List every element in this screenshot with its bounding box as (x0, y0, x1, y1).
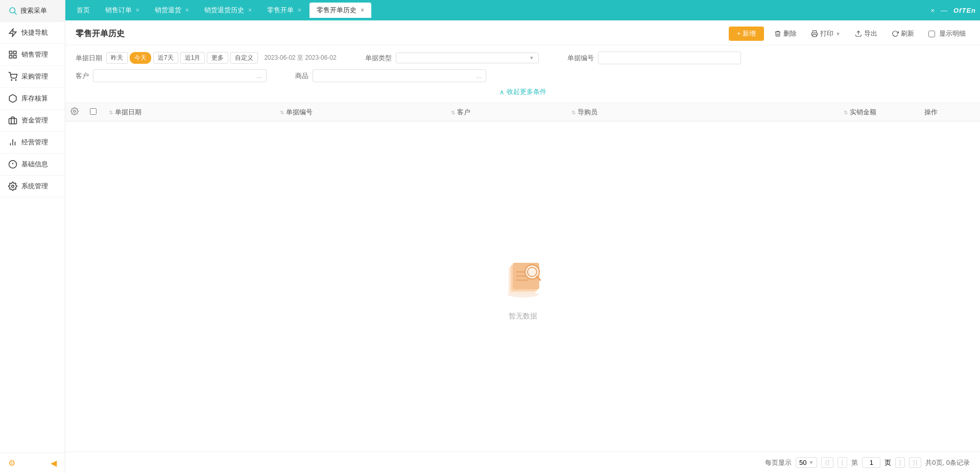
tab-sales-return-close[interactable]: × (185, 7, 189, 13)
col-amount-label: 实销金额 (850, 108, 876, 116)
quick-nav-icon (8, 28, 17, 37)
sidebar-item-quick-nav[interactable]: 快捷导航 (0, 22, 65, 44)
collapse-sidebar-icon[interactable]: ◀ (51, 458, 57, 468)
sort-arrows: ⇅ (451, 110, 455, 115)
page-first-btn[interactable]: ⟨⟨ (821, 457, 833, 468)
export-label: 导出 (864, 29, 877, 38)
date-btn-more[interactable]: 更多 (207, 52, 228, 64)
settings-bottom-icon[interactable]: ⚙ (8, 458, 15, 468)
col-customer[interactable]: ⇅ 客户 (445, 103, 565, 121)
pagination: 每页显示 50 ▼ ⟨⟨ ⟨ 第 页 ⟩ ⟩⟩ 共0页, 0条记录 (65, 452, 980, 473)
tab-retail-open-close[interactable]: × (298, 7, 301, 13)
page-last-btn[interactable]: ⟩⟩ (909, 457, 921, 468)
sort-arrows: ⇅ (571, 110, 576, 115)
tab-retail-open[interactable]: 零售开单 × (260, 3, 308, 18)
print-button[interactable]: 打印 ▼ (807, 27, 845, 40)
filter-docno-input[interactable] (598, 52, 741, 64)
tab-bar: 首页 销售订单 × 销货退货 × 销货退货历史 × 零售开单 × 零售开单历史 … (65, 0, 980, 20)
checkbox-header[interactable] (84, 103, 103, 121)
svg-rect-3 (9, 51, 12, 54)
page-prev-btn[interactable]: ⟨ (838, 457, 847, 468)
sidebar-search[interactable]: 搜索采单 (0, 0, 65, 22)
settings-header (65, 103, 84, 121)
sidebar-item-basic-info[interactable]: 基础信息 (0, 154, 65, 176)
tab-retail-open-history[interactable]: 零售开单历史 × (309, 3, 371, 18)
export-button[interactable]: 导出 (851, 27, 881, 40)
tab-bar-right: × — OfTEn (930, 7, 976, 14)
tab-sales-return-history-close[interactable]: × (248, 7, 252, 13)
sidebar-item-label: 系统管理 (21, 182, 48, 191)
collapse-label: 收起更多条件 (507, 87, 546, 96)
sidebar-item-purchase-mgmt[interactable]: 采购管理 (0, 66, 65, 88)
page-size-arrow: ▼ (808, 460, 814, 465)
tab-sales-order[interactable]: 销售订单 × (98, 3, 147, 18)
select-all-checkbox[interactable] (90, 108, 97, 115)
toolbar: + 新增 删除 打印 ▼ 导出 刷新 (729, 27, 970, 41)
col-amount[interactable]: ⇅ 实销金额 (711, 103, 882, 121)
filter-area: 单据日期 昨天 今天 近7天 近1月 更多 自定义 2023-06-02 至 2… (65, 45, 980, 103)
finance-icon (8, 116, 17, 125)
col-actions-label: 操作 (924, 108, 938, 116)
filter-customer-label: 客户 (76, 71, 89, 81)
sidebar-bottom: ⚙ ◀ (0, 453, 65, 473)
sidebar-item-label: 基础信息 (21, 160, 48, 169)
filter-doctype-select[interactable]: ▼ (396, 53, 539, 63)
sidebar-item-sales-mgmt[interactable]: 销售管理 (0, 44, 65, 66)
sidebar-item-finance[interactable]: 资金管理 (0, 110, 65, 132)
sidebar-item-label: 经营管理 (21, 138, 48, 147)
window-minimize-btn[interactable]: — (941, 7, 947, 14)
tab-sales-return-label: 销货退货 (155, 6, 181, 15)
refresh-button[interactable]: 刷新 (888, 27, 918, 40)
date-btn-1month[interactable]: 近1月 (180, 52, 205, 64)
sidebar-item-label: 销售管理 (21, 50, 48, 59)
table-settings-icon[interactable] (70, 107, 79, 115)
delete-button[interactable]: 删除 (770, 27, 801, 40)
collapse-filter-btn[interactable]: ∧ 收起更多条件 (499, 87, 546, 96)
tab-sales-return-history[interactable]: 销货退货历史 × (197, 3, 259, 18)
date-btn-today[interactable]: 今天 (130, 52, 151, 64)
goods-ellipsis: ... (476, 72, 482, 80)
svg-point-7 (11, 80, 12, 81)
empty-text: 暂无数据 (509, 312, 537, 321)
col-actions: 操作 (882, 103, 980, 121)
date-btn-custom[interactable]: 自定义 (230, 52, 258, 64)
svg-line-1 (14, 12, 16, 14)
refresh-label: 刷新 (901, 29, 914, 38)
date-btn-yesterday[interactable]: 昨天 (106, 52, 128, 64)
col-date[interactable]: ⇅ 单据日期 (103, 103, 274, 121)
col-docno[interactable]: ⇅ 单据编号 (274, 103, 445, 121)
tab-home[interactable]: 首页 (69, 3, 97, 18)
sort-arrows: ⇅ (280, 110, 284, 115)
search-icon (8, 6, 17, 15)
select-arrow-icon: ▼ (529, 55, 534, 61)
refresh-icon (892, 30, 899, 37)
filter-customer-input[interactable]: ... (93, 69, 267, 82)
sidebar-item-system[interactable]: 系统管理 (0, 176, 65, 197)
sidebar-item-label: 采购管理 (21, 72, 48, 81)
window-close-btn[interactable]: × (930, 7, 935, 14)
filter-date-buttons: 昨天 今天 近7天 近1月 更多 自定义 (106, 52, 258, 64)
col-guide[interactable]: ⇅ 导购员 (565, 103, 711, 121)
date-btn-7days[interactable]: 近7天 (153, 52, 178, 64)
display-detail-checkbox[interactable] (928, 31, 935, 37)
sidebar: 搜索采单 快捷导航 销售管理 采购管理 库存核算 资金管理 经营管理 基础信息 … (0, 0, 65, 473)
tab-sales-order-close[interactable]: × (136, 7, 139, 13)
filter-goods-input[interactable]: ... (313, 69, 486, 82)
tab-sales-order-label: 销售订单 (105, 6, 132, 15)
svg-rect-6 (9, 56, 12, 58)
add-button[interactable]: + 新增 (729, 27, 764, 41)
svg-rect-4 (14, 51, 16, 54)
page-size-select[interactable]: 50 ▼ (796, 457, 817, 468)
sidebar-item-inventory[interactable]: 库存核算 (0, 88, 65, 110)
tab-sales-return[interactable]: 销货退货 × (148, 3, 196, 18)
tab-retail-open-history-close[interactable]: × (361, 7, 364, 13)
page-size-label: 每页显示 (765, 458, 792, 467)
display-detail-button[interactable]: 显示明细 (924, 27, 970, 40)
page-input[interactable] (862, 457, 880, 468)
print-arrow: ▼ (835, 31, 841, 37)
table-container: ⇅ 单据日期 ⇅ 单据编号 ⇅ 客户 (65, 103, 980, 452)
sidebar-item-business[interactable]: 经营管理 (0, 132, 65, 154)
svg-rect-9 (9, 118, 17, 124)
page-next-btn[interactable]: ⟩ (895, 457, 905, 468)
filter-customer-item: 客户 ... (76, 69, 267, 82)
